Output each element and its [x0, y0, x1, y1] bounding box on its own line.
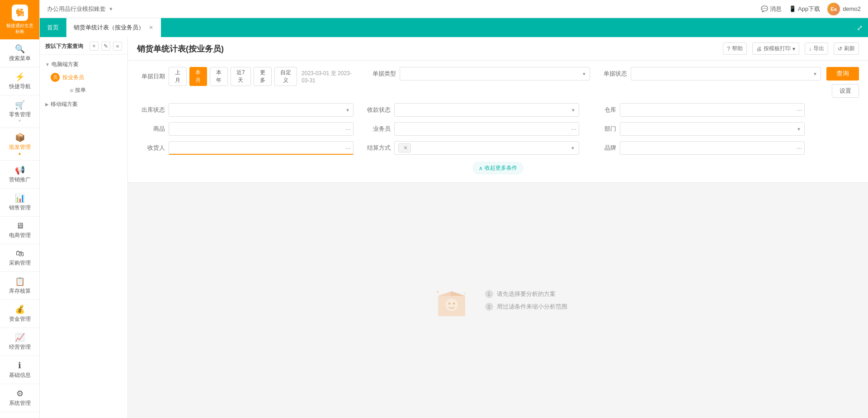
- warehouse-input-wrapper: ···: [620, 103, 805, 117]
- receive-status-select[interactable]: [394, 103, 579, 117]
- goods-dots-btn[interactable]: ···: [345, 125, 351, 133]
- lp-collapse-btn[interactable]: «: [113, 42, 122, 51]
- collapse-icon: «: [116, 43, 119, 49]
- brand-dots-btn[interactable]: ···: [797, 144, 802, 152]
- warehouse-dots-btn[interactable]: ···: [797, 106, 802, 114]
- messages-label: 消息: [770, 5, 782, 13]
- user-area[interactable]: Ea demo2: [827, 3, 861, 15]
- collapse-label: 收起更多条件: [485, 164, 517, 172]
- consignee-label: 收货人: [137, 144, 169, 152]
- top-header: 办公用品行业模拟账套 ▾ 💬 消息 📱 App下载 Ea demo2: [40, 0, 868, 18]
- download-icon: 📱: [789, 5, 796, 12]
- brand-input[interactable]: [620, 141, 805, 155]
- svg-point-2: [445, 299, 458, 311]
- print-btn[interactable]: 🖨 按模板打印 ▾: [752, 43, 799, 55]
- sidebar-item-shortcut[interactable]: ⚡ 快捷导航: [0, 67, 39, 95]
- sidebar-item-sales[interactable]: 📊 销售管理: [0, 189, 39, 217]
- export-icon: ↓: [809, 46, 811, 52]
- tree-node-pc[interactable]: ▼ 电脑端方案: [40, 58, 127, 71]
- help-btn[interactable]: ? 帮助: [723, 43, 747, 55]
- payment-ctrl[interactable]: ✕ ▼: [394, 141, 579, 155]
- right-content: 销货单统计表(按业务员) ? 帮助 🖨 按模板打印 ▾ ↓ 导出: [128, 37, 868, 418]
- salesperson-dots-btn[interactable]: ···: [571, 125, 576, 133]
- sidebar-item-ecommerce-label: 电商管理: [9, 232, 31, 239]
- export-btn[interactable]: ↓ 导出: [805, 43, 828, 55]
- doc-status-select-wrapper: [631, 67, 821, 81]
- sidebar-item-system[interactable]: ⚙ 系统管理: [0, 384, 39, 412]
- date-btn-lastmonth[interactable]: 上月: [169, 67, 187, 86]
- messages-btn[interactable]: 💬 消息: [761, 5, 782, 13]
- tree-mobile-label: 移动端方案: [51, 100, 122, 108]
- sidebar-item-inventory[interactable]: 📋 库存核算: [0, 272, 39, 300]
- collapse-btn[interactable]: ∧ 收起更多条件: [473, 162, 523, 174]
- tree-pc-label: 电脑端方案: [52, 61, 122, 68]
- logo-icon: 畅: [12, 5, 28, 21]
- sidebar-item-inventory-label: 库存核算: [9, 287, 31, 295]
- tab-home-label: 首页: [47, 24, 59, 32]
- inventory-icon: 📋: [15, 276, 25, 286]
- tree-node-mobile[interactable]: ▶ 移动端方案: [40, 98, 127, 110]
- sidebar-item-operation[interactable]: 📈 经营管理: [0, 328, 39, 356]
- sidebar-item-system-label: 系统管理: [9, 399, 31, 407]
- salesperson-input[interactable]: [394, 122, 579, 136]
- date-btn-thismonth[interactable]: 本月: [189, 67, 208, 86]
- out-status-select[interactable]: [169, 103, 354, 117]
- out-status-label: 出库状态: [137, 106, 169, 114]
- page-title: 销货单统计表(按业务员): [137, 43, 224, 60]
- top-title-dropdown-icon[interactable]: ▾: [109, 5, 113, 12]
- sidebar-item-wholesale-label: 批发管理: [9, 143, 31, 151]
- settings-btn[interactable]: 设置: [832, 84, 859, 98]
- receive-status-label: 收款状态: [363, 106, 394, 114]
- doc-status-select[interactable]: [631, 67, 821, 81]
- sidebar-item-retail[interactable]: 🛒 零售管理 ▼: [0, 95, 39, 128]
- filter-area: 单据日期 上月 本月 本年 近7天 更多 自定义 2023-03-01 至 20…: [128, 61, 868, 183]
- salesperson-label: 业务员: [363, 125, 394, 133]
- date-btn-thisyear[interactable]: 本年: [210, 67, 228, 86]
- query-btn[interactable]: 查询: [826, 67, 859, 81]
- tab-close-icon[interactable]: ✕: [149, 24, 153, 31]
- tab-expand-btn[interactable]: ⤢: [851, 24, 868, 32]
- date-btn-7days[interactable]: 近7天: [231, 67, 251, 86]
- sidebar-item-wholesale[interactable]: 📦 批发管理 ▲: [0, 128, 39, 161]
- sidebar-item-purchase[interactable]: 🛍 采购管理: [0, 244, 39, 272]
- sub-item-order[interactable]: ≡ 按单: [51, 84, 127, 96]
- sidebar-logo[interactable]: 畅 畅捷通好生意 标账: [0, 0, 39, 39]
- dept-select[interactable]: [620, 122, 805, 136]
- sidebar-item-enterprise[interactable]: 🤝 企业协同: [0, 412, 39, 418]
- refresh-btn[interactable]: ↺ 刷新: [834, 43, 859, 55]
- app-download-btn[interactable]: 📱 App下载: [789, 5, 820, 13]
- left-panel-title: 按以下方案查询: [45, 43, 83, 50]
- sidebar-item-finance[interactable]: 💰 资金管理: [0, 300, 39, 328]
- lp-edit-btn[interactable]: ✎: [101, 42, 110, 51]
- lp-add-btn[interactable]: +: [90, 42, 99, 51]
- sidebar-item-shortcut-label: 快捷导航: [9, 83, 31, 90]
- tree-arrow-mobile: ▶: [45, 102, 49, 107]
- tree-child-sales[interactable]: 员 按业务员: [51, 71, 127, 84]
- tab-home[interactable]: 首页: [40, 18, 66, 37]
- payment-label: 结算方式: [363, 144, 394, 152]
- sidebar-item-ecommerce[interactable]: 🖥 电商管理: [0, 217, 39, 244]
- page-header: 销货单统计表(按业务员) ? 帮助 🖨 按模板打印 ▾ ↓ 导出: [128, 37, 868, 61]
- top-header-right: 💬 消息 📱 App下载 Ea demo2: [761, 3, 861, 15]
- consignee-dots-btn[interactable]: ···: [345, 144, 351, 152]
- message-icon: 💬: [761, 5, 768, 12]
- retail-icon: 🛒: [15, 100, 25, 110]
- salesperson-input-wrapper: ···: [394, 122, 579, 136]
- sales-icon: 📊: [15, 193, 25, 203]
- date-btn-more[interactable]: 更多: [254, 67, 272, 86]
- doc-type-label: 单据类型: [368, 70, 400, 78]
- sidebar-item-search[interactable]: 🔍 搜索菜单: [0, 39, 39, 67]
- doc-type-select[interactable]: [400, 67, 590, 81]
- payment-tag-close[interactable]: ✕: [403, 145, 408, 151]
- query-col: 查询 设置: [821, 67, 859, 98]
- doc-status-label: 单据状态: [599, 70, 631, 78]
- sidebar-item-basic[interactable]: ℹ 基础信息: [0, 356, 39, 384]
- goods-input[interactable]: [169, 122, 354, 136]
- date-btn-custom[interactable]: 自定义: [274, 67, 297, 86]
- sidebar-item-marketing[interactable]: 📢 营销推广: [0, 161, 39, 189]
- search-icon: 🔍: [15, 44, 25, 54]
- consignee-input[interactable]: [169, 141, 354, 155]
- tab-active[interactable]: 销货单统计表（按业务员） ✕: [66, 18, 161, 37]
- wholesale-icon: 📦: [15, 133, 25, 142]
- warehouse-input[interactable]: [620, 103, 805, 117]
